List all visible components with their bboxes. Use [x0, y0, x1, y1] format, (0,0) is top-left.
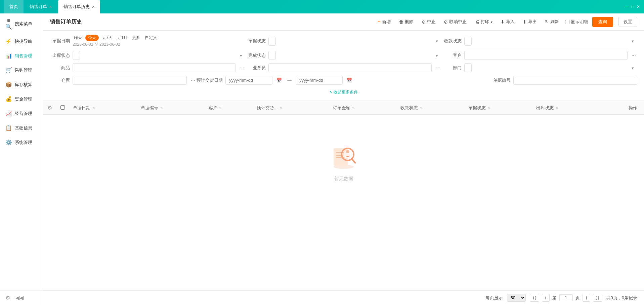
col-amount[interactable]: 订单金额 ⇅ [329, 101, 397, 115]
col-receipt-sort[interactable]: ⇅ [420, 106, 423, 110]
tab-sales-order-history[interactable]: 销售订单历史 ✕ [58, 0, 100, 13]
goods-dots[interactable]: ··· [239, 65, 246, 71]
date-btn-today[interactable]: 今天 [85, 35, 99, 41]
query-button[interactable]: 查询 [592, 17, 613, 27]
outbound-label: 出库状态 [50, 52, 70, 59]
per-page-select[interactable]: 10 20 50 100 [507, 294, 526, 302]
delivery-date-to[interactable] [296, 76, 343, 85]
receipt-status-select[interactable] [464, 37, 472, 46]
customer-input[interactable] [464, 51, 628, 60]
date-btn-more[interactable]: 更多 [131, 35, 141, 41]
svg-point-8 [346, 150, 349, 153]
empty-state: 暂无数据 [43, 115, 644, 209]
sidebar-item-system[interactable]: ⚙️ 系统管理 [0, 135, 43, 150]
close-btn[interactable]: ✕ [637, 4, 640, 9]
col-outbound[interactable]: 出库状态 ⇅ [532, 101, 600, 115]
prev-page-btn[interactable]: ⟨ [542, 294, 550, 302]
receipt-status-select-wrapper [464, 37, 637, 46]
minimize-btn[interactable]: — [625, 4, 629, 9]
page-label: 第 [552, 295, 557, 301]
tab-sales-order-close[interactable]: ✕ [49, 5, 52, 9]
col-date-sort[interactable]: ⇅ [92, 106, 95, 110]
department-select[interactable] [464, 63, 472, 72]
tab-sales-order-history-close[interactable]: ✕ [92, 5, 95, 9]
col-settings[interactable]: ⚙ [43, 101, 56, 115]
col-number[interactable]: 单据编号 ⇅ [137, 101, 205, 115]
export-button[interactable]: ⬆ 导出 [521, 17, 539, 26]
bill-number-input[interactable] [513, 76, 637, 85]
refresh-button[interactable]: ↻ 刷新 [543, 17, 561, 26]
col-delivery-sort[interactable]: ⇅ [280, 106, 283, 110]
import-button[interactable]: ⬇ 导入 [499, 17, 517, 26]
bill-status-select-wrapper [268, 37, 441, 46]
calendar-icon-to[interactable]: 📅 [347, 78, 352, 83]
next-page-btn[interactable]: ⟩ [583, 294, 590, 302]
delivery-date-from[interactable] [225, 76, 272, 85]
sidebar-item-finance[interactable]: 💰 资金管理 [0, 92, 43, 106]
col-number-sort[interactable]: ⇅ [160, 106, 163, 110]
print-button[interactable]: 🖨 打印 ▾ [473, 17, 495, 26]
col-customer-sort[interactable]: ⇅ [219, 106, 222, 110]
col-receipt-status[interactable]: 收款状态 ⇅ [396, 101, 464, 115]
stop-button[interactable]: ⊘ 中止 [420, 17, 438, 26]
col-amount-sort[interactable]: ⇅ [352, 106, 355, 110]
maximize-btn[interactable]: □ [632, 4, 634, 9]
filter-department: 部门 [441, 63, 637, 72]
col-delivery[interactable]: 预计交货... ⇅ [253, 101, 329, 115]
salesperson-label: 业务员 [246, 65, 266, 71]
table-settings-icon[interactable]: ⚙ [47, 105, 52, 111]
sidebar-item-inventory[interactable]: 📦 库存核算 [0, 77, 43, 92]
first-page-btn[interactable]: ⟨⟨ [530, 294, 539, 302]
pagination: ⟨⟨ ⟨ 第 页 ⟩ ⟩⟩ [530, 294, 602, 302]
display-detail-checkbox[interactable] [565, 20, 569, 24]
warehouse-input[interactable] [73, 76, 187, 85]
print-label: 打印 [481, 19, 489, 25]
last-page-btn[interactable]: ⟩⟩ [593, 294, 602, 302]
date-filter: 昨天 今天 近7天 近1月 更多 自定义 2023-06-02 至 2023-0… [73, 35, 158, 47]
col-customer[interactable]: 客户 ⇅ [205, 101, 253, 115]
sidebar-item-purchase[interactable]: 🛒 采购管理 [0, 63, 43, 77]
filter-bill-number: 单据编号 [490, 76, 637, 85]
page-title: 销售订单历史 [50, 18, 82, 26]
collapse-up-icon: ∧ [329, 89, 332, 95]
set-button[interactable]: 设置 [618, 17, 637, 27]
date-btn-7days[interactable]: 近7天 [101, 35, 114, 41]
tab-home[interactable]: 首页 [4, 0, 24, 13]
sidebar-collapse-icon[interactable]: ◀◀ [15, 295, 24, 301]
display-detail-checkbox-wrapper[interactable]: 显示明细 [565, 19, 588, 25]
date-btn-1month[interactable]: 近1月 [116, 35, 129, 41]
col-bill-status[interactable]: 单据状态 ⇅ [464, 101, 532, 115]
calendar-icon-from[interactable]: 📅 [276, 78, 282, 83]
date-btn-custom[interactable]: 自定义 [143, 35, 158, 41]
col-number-label: 单据编号 [141, 105, 158, 110]
col-outbound-sort[interactable]: ⇅ [556, 106, 558, 110]
empty-svg [327, 142, 360, 172]
sidebar-item-search[interactable]: ≡🔍 搜索菜单 [0, 13, 43, 34]
sidebar-item-baseinfo[interactable]: 📋 基础信息 [0, 121, 43, 135]
print-icon: 🖨 [475, 19, 479, 25]
sidebar-item-quicknav[interactable]: ⚡ 快捷导航 [0, 34, 43, 48]
collapse-row[interactable]: ∧ 收起更多条件 [50, 88, 637, 97]
add-button[interactable]: + 新增 [376, 17, 393, 26]
sidebar-item-sales[interactable]: 📊 销售管理 [0, 48, 43, 63]
page-number-input[interactable] [559, 294, 573, 301]
col-bill-sort[interactable]: ⇅ [488, 106, 490, 110]
cancel-stop-button[interactable]: ⊘ 取消中止 [442, 17, 469, 26]
date-btn-yesterday[interactable]: 昨天 [73, 35, 83, 41]
tab-sales-order[interactable]: 销售订单 ✕ [24, 0, 57, 13]
delete-button[interactable]: 🗑 删除 [397, 17, 416, 26]
select-all-checkbox[interactable] [60, 105, 65, 110]
salesperson-input[interactable] [268, 63, 432, 72]
bill-status-select[interactable] [268, 37, 276, 46]
customer-dots[interactable]: ··· [630, 52, 637, 59]
col-date[interactable]: 单据日期 ⇅ [69, 101, 137, 115]
warehouse-dots[interactable]: ··· [189, 77, 197, 83]
tab-sales-order-label: 销售订单 [30, 4, 47, 10]
complete-select[interactable] [268, 51, 276, 60]
goods-input[interactable] [73, 63, 236, 72]
outbound-select[interactable] [73, 51, 80, 60]
filter-warehouse: 仓库 ··· [50, 76, 197, 85]
salesperson-dots[interactable]: ··· [434, 65, 441, 71]
sidebar-settings-icon[interactable]: ⚙ [5, 295, 10, 301]
sidebar-item-operations[interactable]: 📈 经营管理 [0, 106, 43, 121]
